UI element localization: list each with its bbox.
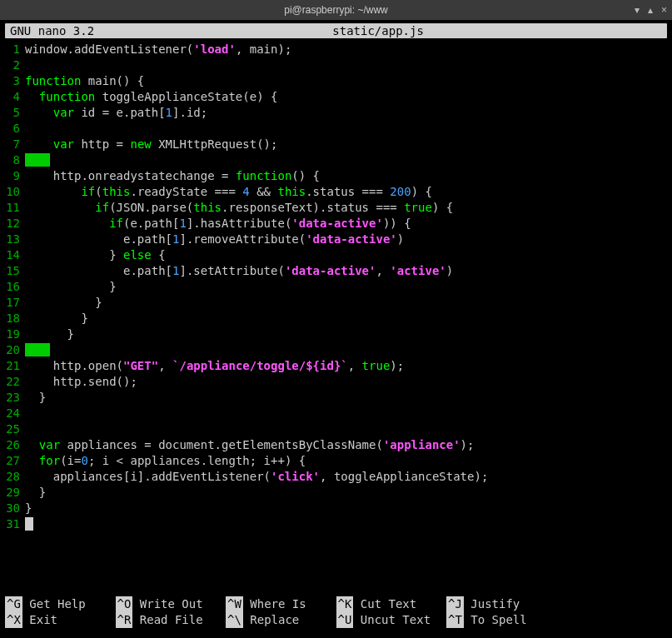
line-number: 28	[5, 469, 25, 485]
line-content: var http = new XMLHttpRequest();	[25, 137, 277, 152]
code-line[interactable]: 31	[5, 516, 667, 532]
code-line[interactable]: 14 } else {	[5, 247, 667, 263]
shortcut-key: ^W	[226, 596, 243, 612]
line-number: 23	[5, 390, 25, 406]
code-line[interactable]: 7 var http = new XMLHttpRequest();	[5, 137, 667, 152]
line-number: 31	[5, 516, 25, 532]
line-content: }	[25, 295, 102, 311]
shortcut-label: Read File	[132, 613, 202, 626]
line-number: 1	[5, 42, 25, 57]
line-number: 4	[5, 89, 25, 105]
shortcut-label: To Spell	[464, 613, 527, 626]
line-number: 30	[5, 501, 25, 516]
code-line[interactable]: 1window.addEventListener('load', main);	[5, 42, 667, 57]
line-content: if(JSON.parse(this.responseText).status …	[25, 200, 453, 216]
code-line[interactable]: 3function main() {	[5, 73, 667, 89]
line-content: }	[25, 311, 88, 326]
code-line[interactable]: 27 for(i=0; i < appliances.length; i++) …	[5, 453, 667, 469]
code-area[interactable]: 1window.addEventListener('load', main);2…	[5, 42, 667, 532]
line-number: 22	[5, 374, 25, 390]
window-titlebar: pi@raspberrypi: ~/www ▾ ▴ ×	[0, 0, 672, 20]
code-line[interactable]: 26 var appliances = document.getElements…	[5, 437, 667, 453]
code-line[interactable]: 30}	[5, 501, 667, 516]
shortcut-item: ^K Cut Text	[336, 596, 447, 612]
code-line[interactable]: 22 http.send();	[5, 374, 667, 390]
code-line[interactable]: 5 var id = e.path[1].id;	[5, 105, 667, 121]
nano-filename: static/app.js	[94, 23, 662, 38]
code-line[interactable]: 28 appliances[i].addEventListener('click…	[5, 469, 667, 485]
line-number: 25	[5, 421, 25, 437]
line-content	[25, 516, 33, 532]
code-line[interactable]: 19 }	[5, 326, 667, 342]
line-number: 13	[5, 232, 25, 247]
nano-shortcuts: ^G Get Help^O Write Out^W Where Is^K Cut…	[5, 596, 667, 628]
shortcut-label: Uncut Text	[353, 613, 431, 626]
line-content: http.onreadystatechange = function() {	[25, 168, 320, 184]
terminal[interactable]: GNU nano 3.2 static/app.js 1window.addEv…	[0, 20, 672, 638]
shortcut-label: Justify	[464, 597, 520, 611]
code-line[interactable]: 18 }	[5, 311, 667, 326]
line-number: 27	[5, 453, 25, 469]
code-line[interactable]: 25	[5, 421, 667, 437]
code-line[interactable]: 8	[5, 152, 667, 168]
line-content: if(this.readyState === 4 && this.status …	[25, 184, 432, 200]
shortcut-key: ^T	[446, 612, 464, 628]
code-line[interactable]: 24	[5, 406, 667, 421]
line-content	[25, 152, 50, 168]
code-line[interactable]: 23 }	[5, 390, 667, 406]
line-content: }	[25, 279, 117, 295]
line-number: 26	[5, 437, 25, 453]
shortcut-item: ^U Uncut Text	[336, 612, 447, 628]
nano-version: GNU nano 3.2	[10, 23, 94, 38]
code-line[interactable]: 9 http.onreadystatechange = function() {	[5, 168, 667, 184]
shortcut-item: ^J Justify	[446, 596, 557, 612]
code-line[interactable]: 13 e.path[1].removeAttribute('data-activ…	[5, 232, 667, 247]
code-line[interactable]: 2	[5, 57, 667, 73]
line-number: 16	[5, 279, 25, 295]
line-number: 3	[5, 73, 25, 89]
shortcut-item: ^R Read File	[116, 612, 226, 628]
shortcut-item: ^T To Spell	[446, 612, 557, 628]
line-number: 7	[5, 137, 25, 152]
code-line[interactable]: 10 if(this.readyState === 4 && this.stat…	[5, 184, 667, 200]
line-content: var appliances = document.getElementsByC…	[25, 437, 474, 453]
line-number: 29	[5, 485, 25, 501]
shortcut-item: ^\ Replace	[226, 612, 336, 628]
line-content: http.open("GET", `/appliance/toggle/${id…	[25, 358, 404, 374]
code-line[interactable]: 29 }	[5, 485, 667, 501]
code-line[interactable]: 6	[5, 121, 667, 137]
shortcut-item: ^X Exit	[5, 612, 116, 628]
code-line[interactable]: 17 }	[5, 295, 667, 311]
code-line[interactable]: 16 }	[5, 279, 667, 295]
shortcut-label: Write Out	[132, 597, 202, 611]
code-line[interactable]: 15 e.path[1].setAttribute('data-active',…	[5, 263, 667, 279]
minimize-icon[interactable]: ▾	[635, 4, 640, 16]
code-line[interactable]: 20	[5, 342, 667, 358]
line-number: 15	[5, 263, 25, 279]
shortcut-key: ^O	[116, 596, 133, 612]
line-number: 24	[5, 406, 25, 421]
code-line[interactable]: 4 function toggleApplianceState(e) {	[5, 89, 667, 105]
line-content	[25, 342, 50, 358]
line-content: appliances[i].addEventListener('click', …	[25, 469, 488, 485]
line-number: 6	[5, 121, 25, 137]
line-content: }	[25, 485, 46, 501]
close-icon[interactable]: ×	[661, 4, 667, 16]
line-number: 14	[5, 247, 25, 263]
line-number: 17	[5, 295, 25, 311]
shortcut-key: ^X	[5, 612, 22, 628]
line-content: function toggleApplianceState(e) {	[25, 89, 277, 105]
shortcut-key: ^J	[446, 596, 464, 612]
shortcut-label: Get Help	[22, 597, 86, 611]
cursor	[25, 517, 33, 531]
line-number: 10	[5, 184, 25, 200]
code-line[interactable]: 12 if(e.path[1].hasAttribute('data-activ…	[5, 216, 667, 232]
code-line[interactable]: 21 http.open("GET", `/appliance/toggle/$…	[5, 358, 667, 374]
line-content: http.send();	[25, 374, 137, 390]
line-content: function main() {	[25, 73, 144, 89]
maximize-icon[interactable]: ▴	[648, 4, 653, 16]
code-line[interactable]: 11 if(JSON.parse(this.responseText).stat…	[5, 200, 667, 216]
shortcut-item: ^O Write Out	[116, 596, 226, 612]
line-content: e.path[1].removeAttribute('data-active')	[25, 232, 404, 247]
line-number: 2	[5, 57, 25, 73]
